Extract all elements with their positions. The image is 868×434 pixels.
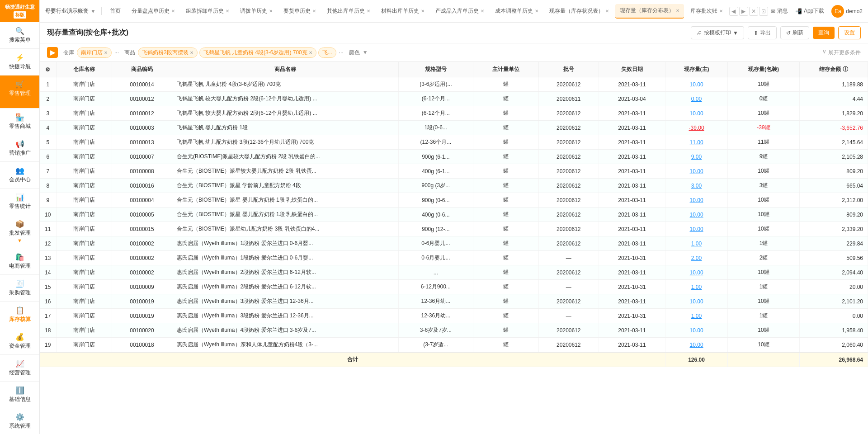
tab-product-in-close[interactable]: ✕: [481, 9, 484, 14]
app-download-btn[interactable]: 📲 App下载: [795, 7, 824, 15]
user-profile[interactable]: Ea demo2: [831, 5, 863, 18]
sidebar-item-finance[interactable]: 💰 资金管理: [0, 328, 39, 355]
cell-qty-main[interactable]: 10.00: [665, 323, 728, 338]
filter-product-tag-1-remove[interactable]: ✕: [190, 50, 193, 55]
tab-disassemble[interactable]: 组装拆卸单历史 ✕: [181, 4, 234, 19]
table-row: 6 南岸门店 00100007 合生元(BIOSTIME)派星较大婴儿配方奶粉 …: [40, 150, 868, 164]
tab-other-out-close[interactable]: ✕: [367, 9, 370, 14]
sidebar-item-wholesale[interactable]: 📦 批发管理 ▼: [0, 215, 39, 248]
filter-warehouse-tag-1[interactable]: 南岸门店 ✕: [77, 47, 112, 58]
filter-warehouse-more[interactable]: ···: [114, 49, 119, 56]
table-row: 2 南岸门店 00100012 飞鹤星飞帆 较大婴儿配方奶粉 2段(6-12个月…: [40, 92, 868, 106]
cell-no: 12: [40, 236, 56, 251]
cell-batch: 20200612: [538, 77, 599, 92]
col-settings[interactable]: ⚙: [40, 62, 56, 77]
sidebar-item-marketing[interactable]: 📢 营销推广: [0, 135, 39, 162]
filter-expand-btn[interactable]: ▶: [47, 47, 58, 58]
filter-warehouse-tag-1-remove[interactable]: ✕: [104, 50, 108, 55]
settings-btn[interactable]: 设置: [838, 26, 861, 39]
cell-qty-main[interactable]: -39.00: [665, 121, 728, 135]
tab-mix-close[interactable]: ✕: [269, 9, 273, 14]
sidebar-item-basic[interactable]: ℹ️ 基础信息: [0, 382, 39, 408]
cell-qty-main[interactable]: 1.00: [665, 280, 728, 294]
cell-spec: 900g (3岁...: [398, 179, 473, 193]
tab-stock-dist[interactable]: 现存量（库存分布表） ✕: [615, 4, 684, 19]
sidebar-item-ecommerce[interactable]: 🛍️ 电商管理: [0, 248, 39, 275]
cell-qty-main[interactable]: 10.00: [665, 265, 728, 280]
tab-stock-status-close[interactable]: ✕: [605, 9, 609, 14]
retail-stats-icon: 📊: [15, 193, 24, 202]
cell-qty-main[interactable]: 2.00: [665, 251, 728, 265]
query-btn[interactable]: 查询: [813, 27, 835, 39]
tab-requisition-close[interactable]: ✕: [312, 9, 316, 14]
sidebar-item-inventory[interactable]: 📋 库存核算: [0, 302, 39, 328]
cell-qty-main[interactable]: 1.00: [665, 309, 728, 323]
nav-prev[interactable]: ◀: [729, 7, 738, 16]
cell-spec: (6-12个月...: [398, 92, 473, 106]
print-btn[interactable]: 🖨 按模板打印 ▼: [691, 26, 744, 39]
tab-cost-adjust[interactable]: 成本调整单历史 ✕: [491, 4, 543, 19]
sidebar-item-system[interactable]: ⚙️ 系统管理: [0, 408, 39, 434]
cell-qty-main[interactable]: 0.00: [665, 92, 728, 106]
cell-qty-main[interactable]: 10.00: [665, 294, 728, 309]
message-btn[interactable]: ✉ 消息: [771, 7, 788, 15]
nav-next[interactable]: ▶: [739, 7, 748, 16]
cell-qty-main[interactable]: 10.00: [665, 106, 728, 121]
brand-dropdown-arrow[interactable]: ▼: [90, 8, 96, 14]
cell-qty-main[interactable]: 10.00: [665, 208, 728, 222]
tab-product-in[interactable]: 产成品入库单历史 ✕: [431, 4, 489, 19]
tab-home-label: 首页: [110, 7, 121, 15]
export-btn[interactable]: ⬆ 导出: [748, 26, 777, 39]
member-icon: 👥: [15, 166, 24, 175]
sidebar-item-quick-nav[interactable]: ⚡ 快捷导航: [0, 49, 39, 75]
table-row: 7 南岸门店 00100008 合生元（BIOSTIME）派星较大婴儿配方奶粉 …: [40, 164, 868, 179]
cell-qty-main[interactable]: 11.00: [665, 135, 728, 150]
tab-cost-adjust-close[interactable]: ✕: [535, 9, 538, 14]
system-icon: ⚙️: [15, 413, 24, 421]
cell-qty-pack: 10罐: [727, 193, 799, 208]
cell-qty-main[interactable]: 10.00: [665, 164, 728, 179]
cell-qty-main[interactable]: 1.00: [665, 236, 728, 251]
cell-code: 00100004: [112, 193, 172, 208]
tab-mix[interactable]: 调拨单历史 ✕: [236, 4, 277, 19]
nav-expand[interactable]: ⊡: [759, 7, 768, 16]
cell-amount: 2,101.20: [800, 294, 868, 309]
tab-batch-close[interactable]: ✕: [719, 9, 723, 14]
sidebar-item-search[interactable]: 🔍 搜索英单: [0, 22, 39, 49]
sidebar-item-retail-shop[interactable]: 🏪 零售商城: [0, 108, 39, 135]
tab-stock-dist-close[interactable]: ✕: [676, 8, 679, 13]
cell-spec: 1段(0-6...: [398, 121, 473, 135]
sidebar-item-purchase[interactable]: 🧾 采购管理: [0, 275, 39, 302]
cell-qty-main[interactable]: 10.00: [665, 77, 728, 92]
filter-color-dropdown[interactable]: ▼: [363, 49, 368, 56]
cell-qty-main[interactable]: 3.00: [665, 179, 728, 193]
tab-material-out[interactable]: 材料出库单历史 ✕: [377, 4, 429, 19]
filter-product-more[interactable]: ···: [339, 49, 344, 56]
filter-product-tag-2[interactable]: 飞鹤星飞帆 儿童奶粉 4段(3-6岁适用) 700克 ✕: [199, 47, 316, 58]
refresh-btn[interactable]: ↺ 刷新: [780, 26, 809, 39]
cell-qty-main[interactable]: 10.00: [665, 222, 728, 236]
tab-other-out[interactable]: 其他出库单历史 ✕: [322, 4, 375, 19]
filter-product-tag-3[interactable]: 飞...: [318, 47, 336, 58]
cell-qty-main[interactable]: 10.00: [665, 338, 728, 353]
cell-qty-main[interactable]: 9.00: [665, 150, 728, 164]
tab-requisition[interactable]: 要货单历史 ✕: [279, 4, 321, 19]
tab-stock-status[interactable]: 现存量（库存状况表） ✕: [545, 4, 613, 19]
sidebar-item-member[interactable]: 👥 会员中心: [0, 162, 39, 189]
filter-color-group: 颜色 ▼: [349, 49, 368, 57]
tab-home[interactable]: 首页: [105, 4, 125, 19]
filter-product-tag-1[interactable]: 飞鹤奶粉3段丙摆装 ✕: [138, 47, 198, 58]
cell-qty-main[interactable]: 10.00: [665, 193, 728, 208]
sidebar-item-operations[interactable]: 📈 经营管理: [0, 355, 39, 382]
tab-distribute[interactable]: 分量盘点单历史 ✕: [127, 4, 179, 19]
expand-more-btn[interactable]: ⊻ 展开更多条件: [822, 49, 861, 57]
nav-close[interactable]: ✕: [749, 7, 758, 16]
sidebar-item-retail-mgmt[interactable]: 🛒 零售管理 ▼: [0, 75, 39, 108]
tab-material-out-close[interactable]: ✕: [421, 9, 425, 14]
filter-product-tag-2-remove[interactable]: ✕: [309, 50, 312, 55]
sidebar-item-retail-stats[interactable]: 📊 零售统计: [0, 189, 39, 215]
tab-batch[interactable]: 库存批次账 ✕: [686, 4, 727, 19]
tab-disassemble-close[interactable]: ✕: [226, 9, 229, 14]
tab-distribute-close[interactable]: ✕: [171, 9, 175, 14]
cell-unit: 罐: [473, 294, 538, 309]
